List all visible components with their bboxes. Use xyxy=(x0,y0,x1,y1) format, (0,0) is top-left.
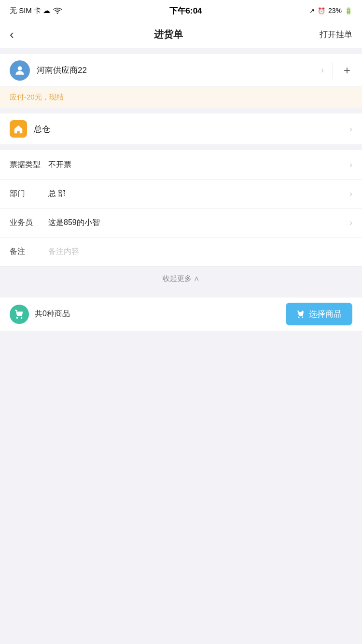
page-background xyxy=(0,331,362,476)
department-row[interactable]: 部门 总 部 › xyxy=(0,179,362,208)
alarm-icon: ⏰ xyxy=(318,7,325,14)
department-chevron-icon: › xyxy=(349,189,352,199)
supplier-avatar xyxy=(10,60,30,81)
bottom-bar: 共0种商品 选择商品 xyxy=(0,297,362,331)
cart-icon xyxy=(14,309,25,320)
wifi-icon xyxy=(53,7,62,14)
supplier-row[interactable]: 河南供应商22 › + xyxy=(0,54,362,87)
select-product-label: 选择商品 xyxy=(309,308,342,320)
salesperson-chevron-icon: › xyxy=(349,218,352,228)
invoice-type-chevron-icon: › xyxy=(349,160,352,170)
status-left: 无 SIM 卡 ☁ xyxy=(10,6,62,15)
location-icon: ↗ xyxy=(309,7,315,14)
page-title: 进货单 xyxy=(154,28,183,41)
section-gap-1 xyxy=(0,48,362,54)
notice-banner: 应付-20元，现结 xyxy=(0,87,362,108)
status-right: ↗ ⏰ 23% 🔋 xyxy=(309,7,352,14)
supplier-chevron-icon: › xyxy=(321,65,324,75)
back-button[interactable]: ‹ xyxy=(10,25,18,44)
open-pending-button[interactable]: 打开挂单 xyxy=(320,29,352,40)
product-count-text: 共0种商品 xyxy=(35,309,286,319)
product-count-icon xyxy=(10,305,29,324)
form-section: 票据类型 不开票 › 部门 总 部 › 业务员 这是859的小智 › 备注 备注… xyxy=(0,150,362,291)
department-label: 部门 xyxy=(10,189,48,199)
section-gap-4 xyxy=(0,291,362,297)
warehouse-row[interactable]: 总仓 › xyxy=(0,113,362,144)
salesperson-row[interactable]: 业务员 这是859的小智 › xyxy=(0,208,362,237)
invoice-type-row[interactable]: 票据类型 不开票 › xyxy=(0,150,362,179)
remark-label: 备注 xyxy=(10,247,48,257)
warehouse-icon xyxy=(10,120,27,138)
vertical-divider xyxy=(333,62,333,79)
department-value: 总 部 xyxy=(48,189,349,199)
status-time: 下午6:04 xyxy=(169,5,202,16)
add-supplier-button[interactable]: + xyxy=(342,62,352,79)
section-gap-3 xyxy=(0,144,362,150)
section-gap-2 xyxy=(0,108,362,113)
nav-bar: ‹ 进货单 打开挂单 xyxy=(0,21,362,48)
invoice-type-label: 票据类型 xyxy=(10,160,48,170)
person-icon xyxy=(14,64,26,77)
warehouse-section: 总仓 › xyxy=(0,113,362,144)
home-icon xyxy=(13,124,24,134)
supplier-section: 河南供应商22 › + 应付-20元，现结 xyxy=(0,54,362,108)
status-bar: 无 SIM 卡 ☁ 下午6:04 ↗ ⏰ 23% 🔋 xyxy=(0,0,362,21)
remark-input[interactable]: 备注内容 xyxy=(48,247,352,257)
select-product-button[interactable]: 选择商品 xyxy=(286,303,352,325)
warehouse-chevron-icon: › xyxy=(349,124,352,134)
supplier-name: 河南供应商22 xyxy=(37,65,321,76)
invoice-type-value: 不开票 xyxy=(48,160,349,170)
salesperson-label: 业务员 xyxy=(10,218,48,228)
battery-text: 23% xyxy=(328,7,342,14)
sim-status: 无 SIM 卡 ☁ xyxy=(10,6,50,15)
salesperson-value: 这是859的小智 xyxy=(48,218,349,228)
svg-point-0 xyxy=(18,66,22,70)
remark-row[interactable]: 备注 备注内容 xyxy=(0,237,362,266)
battery-icon: 🔋 xyxy=(345,7,352,14)
collapse-button[interactable]: 收起更多 ∧ xyxy=(0,266,362,291)
warehouse-name: 总仓 xyxy=(34,124,349,135)
select-product-icon xyxy=(296,310,305,319)
